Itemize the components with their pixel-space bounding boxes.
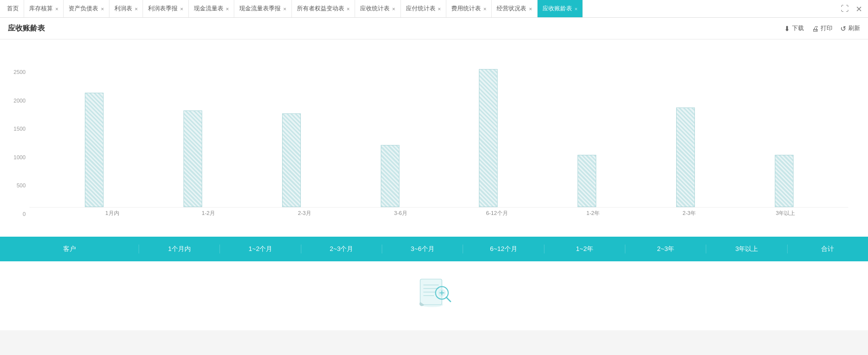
tab-label: 现金流量表季报 (239, 4, 281, 13)
table-header-cell: 1个月内 (139, 245, 220, 253)
x-axis-label: 1-2年 (545, 210, 641, 217)
table-body (0, 261, 868, 330)
download-icon: ⬇ (784, 25, 790, 33)
tab-close-button[interactable]: × (135, 6, 138, 12)
x-axis-label: 2-3年 (641, 210, 737, 217)
main-content: 25002000150010005000 1月内1-2月2-3月3-6月6-12… (0, 39, 868, 330)
tab-label: 首页 (7, 4, 19, 13)
table-header-cell: 3~6个月 (382, 245, 463, 253)
tab-label: 应付统计表 (406, 4, 435, 13)
y-axis-label: 1500 (14, 126, 26, 132)
tab-bar: 首页库存核算×资产负债表×利润表×利润表季报×现金流量表×现金流量表季报×所有者… (0, 0, 868, 18)
tab-item-inventory[interactable]: 库存核算× (24, 0, 64, 18)
empty-state (409, 271, 459, 311)
bar-group (144, 110, 242, 207)
tab-item-cashflow[interactable]: 现金流量表× (189, 0, 234, 18)
x-axis-label: 2-3月 (256, 210, 353, 217)
download-label: 下载 (792, 24, 804, 33)
table-header-cell: 2~3个月 (301, 245, 382, 253)
svg-line-8 (446, 297, 451, 302)
chart-area: 25002000150010005000 1月内1-2月2-3月3-6月6-12… (0, 39, 868, 237)
refresh-icon: ↺ (840, 25, 846, 33)
tab-label: 应收账龄表 (542, 4, 572, 13)
tab-close-button[interactable]: × (483, 6, 486, 12)
page-header: 应收账龄表 ⬇ 下载 🖨 打印 ↺ 刷新 (0, 18, 868, 39)
tab-label: 费用统计表 (451, 4, 481, 13)
maximize-button[interactable]: ⛶ (839, 3, 851, 14)
tab-item-balance[interactable]: 资产负债表× (64, 0, 109, 18)
tab-item-operation[interactable]: 经营状况表× (492, 0, 537, 18)
chart-bar (578, 155, 596, 207)
tab-label: 现金流量表 (194, 4, 223, 13)
tab-close-button[interactable]: × (55, 6, 58, 12)
tab-item-expense-stat[interactable]: 费用统计表× (446, 0, 492, 18)
tab-close-button[interactable]: × (529, 6, 532, 12)
refresh-button[interactable]: ↺ 刷新 (840, 24, 860, 33)
tab-close-button[interactable]: × (392, 6, 395, 12)
x-axis-label: 1月内 (64, 210, 160, 217)
bar-group (242, 113, 341, 207)
chart-bar (183, 110, 202, 207)
y-axis-label: 500 (17, 182, 26, 188)
chart-bar (282, 113, 301, 207)
x-axis-label: 3年以上 (737, 210, 833, 217)
page-title: 应收账龄表 (8, 24, 45, 33)
tab-label: 资产负债表 (69, 4, 98, 13)
bar-group (538, 155, 636, 207)
bar-group (341, 145, 439, 207)
chart-bar (775, 155, 794, 207)
tab-close-button[interactable]: × (575, 6, 578, 12)
close-window-button[interactable]: ✕ (854, 3, 864, 15)
tab-label: 利润表季报 (148, 4, 178, 13)
tab-close-button[interactable]: × (226, 6, 229, 12)
table-header-cell: 2~3年 (625, 245, 706, 253)
table-header-cell: 1~2年 (544, 245, 625, 253)
table-header-cell: 6~12个月 (463, 245, 544, 253)
bar-group (636, 107, 735, 207)
tab-close-button[interactable]: × (101, 6, 104, 12)
chart-bar (676, 107, 695, 207)
y-axis: 25002000150010005000 (10, 69, 30, 217)
refresh-label: 刷新 (848, 24, 860, 33)
bar-group (45, 93, 144, 207)
x-axis-label: 3-6月 (353, 210, 449, 217)
table-header-cell: 3年以上 (706, 245, 787, 253)
print-button[interactable]: 🖨 打印 (812, 24, 832, 33)
tab-item-ar-aging[interactable]: 应收账龄表× (538, 0, 583, 18)
tab-label: 利润表 (114, 4, 132, 13)
tab-close-button[interactable]: × (283, 6, 286, 12)
y-axis-label: 1000 (14, 154, 26, 160)
x-axis-label: 1-2月 (160, 210, 256, 217)
download-button[interactable]: ⬇ 下载 (784, 24, 804, 33)
chart-bar (479, 69, 498, 207)
tab-label: 所有者权益变动表 (297, 4, 344, 13)
tab-item-payable-stat[interactable]: 应付统计表× (401, 0, 446, 18)
chart-container: 25002000150010005000 1月内1-2月2-3月3-6月6-12… (10, 49, 848, 217)
chart-bar (381, 145, 399, 207)
tab-item-profit-quarter[interactable]: 利润表季报× (143, 0, 188, 18)
chart-main (30, 207, 848, 208)
tab-item-equity[interactable]: 所有者权益变动表× (292, 0, 355, 18)
tab-close-button[interactable]: × (180, 6, 183, 12)
window-controls: ⛶ ✕ (839, 0, 864, 18)
y-axis-label: 2000 (14, 98, 26, 104)
header-actions: ⬇ 下载 🖨 打印 ↺ 刷新 (784, 24, 860, 33)
table-header-cell: 合计 (788, 245, 868, 253)
tab-item-home[interactable]: 首页 (2, 0, 24, 18)
x-axis-label: 6-12个月 (449, 210, 545, 217)
tab-close-button[interactable]: × (347, 6, 350, 12)
grid-line (30, 207, 848, 208)
bar-group (439, 69, 538, 207)
tab-item-profit[interactable]: 利润表× (109, 0, 143, 18)
tab-close-button[interactable]: × (438, 6, 441, 12)
y-axis-label: 2500 (14, 69, 26, 75)
tab-label: 应收统计表 (360, 4, 390, 13)
table-header: 客户1个月内1~2个月2~3个月3~6个月6~12个月1~2年2~3年3年以上合… (0, 237, 868, 261)
print-icon: 🖨 (812, 25, 819, 33)
y-axis-label: 0 (23, 211, 26, 217)
tab-item-cashflow-quarter[interactable]: 现金流量表季报× (234, 0, 291, 18)
empty-illustration (409, 271, 459, 311)
table-header-cell: 1~2个月 (220, 245, 301, 253)
tab-label: 经营状况表 (497, 4, 526, 13)
tab-item-receivable-stat[interactable]: 应收统计表× (355, 0, 400, 18)
